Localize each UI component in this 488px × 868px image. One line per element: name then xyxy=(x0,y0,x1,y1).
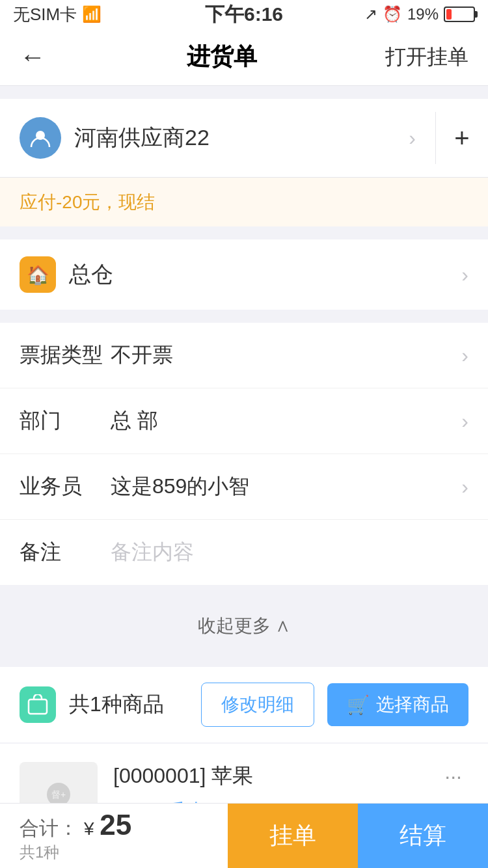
product-title: 苹果 xyxy=(211,764,253,787)
status-right: ↗ ⏰ 19% xyxy=(364,5,475,23)
edit-detail-button[interactable]: 修改明细 xyxy=(201,683,314,727)
alarm-icon: ⏰ xyxy=(383,5,402,23)
select-product-button[interactable]: 🛒 选择商品 xyxy=(327,683,468,726)
invoice-type-label: 票据类型 xyxy=(20,341,111,370)
invoice-chevron: › xyxy=(461,344,468,368)
status-bar: 无SIM卡 📶 下午6:16 ↗ ⏰ 19% xyxy=(0,0,488,29)
status-time: 下午6:16 xyxy=(205,1,283,28)
warehouse-icon: 🏠 xyxy=(20,256,56,293)
svg-rect-1 xyxy=(29,699,47,714)
warehouse-name: 总仓 xyxy=(69,260,448,290)
remarks-label: 备注 xyxy=(20,538,111,567)
open-hang-button[interactable]: 打开挂单 xyxy=(385,43,468,72)
department-chevron: › xyxy=(461,409,468,433)
invoice-type-value: 不开票 xyxy=(111,341,461,370)
supplier-chevron: › xyxy=(409,126,416,150)
remarks-input[interactable]: 备注内容 xyxy=(111,538,468,567)
invoice-type-row[interactable]: 票据类型 不开票 › xyxy=(0,323,488,388)
carrier-text: 无SIM卡 xyxy=(13,3,77,26)
alert-banner: 应付-20元，现结 xyxy=(0,178,488,226)
back-button[interactable]: ← xyxy=(20,42,59,72)
warehouse-chevron: › xyxy=(461,263,468,287)
salesperson-row[interactable]: 业务员 这是859的小智 › xyxy=(0,454,488,520)
alert-text: 应付-20元，现结 xyxy=(20,192,155,212)
svg-text:督+: 督+ xyxy=(51,789,66,800)
location-icon: ↗ xyxy=(364,5,377,23)
department-label: 部门 xyxy=(20,407,111,435)
total-label: 合计： xyxy=(20,817,78,839)
wifi-icon: 📶 xyxy=(82,5,102,23)
salesperson-value: 这是859的小智 xyxy=(111,472,461,501)
department-row[interactable]: 部门 总 部 › xyxy=(0,388,488,454)
product-header-icon xyxy=(20,686,56,723)
total-unit: ¥ xyxy=(84,819,94,839)
status-left: 无SIM卡 📶 xyxy=(13,3,102,26)
warehouse-selector[interactable]: 🏠 总仓 › xyxy=(0,239,488,310)
total-amount: 25 xyxy=(100,809,131,841)
product-more-button[interactable]: ··· xyxy=(438,762,468,791)
supplier-avatar xyxy=(20,117,61,159)
product-count: 共1种商品 xyxy=(69,690,188,719)
supplier-section: 河南供应商22 › + xyxy=(0,99,488,178)
total-section: 合计： ¥ 25 共1种 xyxy=(0,809,228,863)
cart-icon: 🛒 xyxy=(347,694,370,716)
supplier-selector[interactable]: 河南供应商22 › xyxy=(0,99,435,177)
salesperson-label: 业务员 xyxy=(20,472,111,501)
battery-icon xyxy=(444,7,475,22)
department-value: 总 部 xyxy=(111,407,461,435)
collapse-button[interactable]: 收起更多 ∧ xyxy=(0,598,488,654)
salesperson-chevron: › xyxy=(461,475,468,499)
product-name: [0000001] 苹果 xyxy=(113,762,422,791)
form-section: 票据类型 不开票 › 部门 总 部 › 业务员 这是859的小智 › 备注 备注… xyxy=(0,323,488,585)
checkout-button[interactable]: 结算 xyxy=(358,804,488,868)
warehouse-section: 🏠 总仓 › xyxy=(0,239,488,310)
bottom-bar: 合计： ¥ 25 共1种 挂单 结算 xyxy=(0,803,488,868)
page-title: 进货单 xyxy=(187,41,257,73)
nav-bar: ← 进货单 打开挂单 xyxy=(0,29,488,86)
total-count: 共1种 xyxy=(20,842,208,863)
remarks-row[interactable]: 备注 备注内容 xyxy=(0,520,488,585)
supplier-name: 河南供应商22 xyxy=(74,123,396,153)
add-supplier-button[interactable]: + xyxy=(436,99,488,177)
hang-button[interactable]: 挂单 xyxy=(228,804,358,868)
product-header: 共1种商品 修改明细 🛒 选择商品 xyxy=(0,667,488,742)
battery-pct: 19% xyxy=(407,5,439,23)
product-code: [0000001] xyxy=(113,764,211,787)
